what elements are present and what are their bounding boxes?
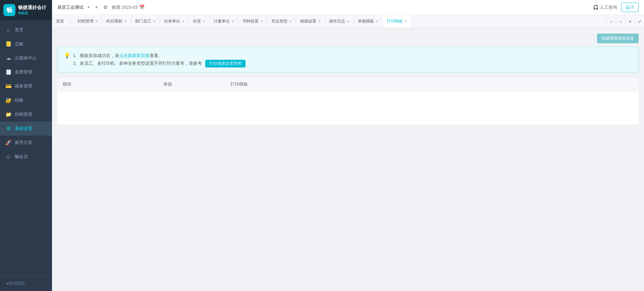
tab-archive-close[interactable]: × <box>96 19 98 23</box>
company-dropdown-icon[interactable]: ▾ <box>88 5 90 10</box>
th-print-template: 打印模板 <box>230 81 633 87</box>
tab-department-close[interactable]: × <box>153 19 156 23</box>
tab-actions: ‹ › × ⤢ <box>606 15 644 28</box>
period-display: 账期 2023-03 📅 <box>112 4 145 10</box>
tab-nav-back[interactable]: ‹ <box>68 15 73 28</box>
tab-oplog[interactable]: 操作日志 × <box>325 15 354 28</box>
action-bar: 隐藏预置模板设置 <box>57 34 639 43</box>
tab-oplog-label: 操作日志 <box>329 18 345 24</box>
tab-oplog-close[interactable]: × <box>347 19 350 23</box>
tab-print[interactable]: 打印模板 × <box>383 15 412 28</box>
print-scene-button[interactable]: 打印场景设置宣明 <box>205 60 246 67</box>
topbar-right: 🎧 人工咨询 会计 <box>593 3 639 12</box>
calendar-icon[interactable]: 📅 <box>139 5 145 10</box>
notice-refresh-link[interactable]: 点击刷新新页面 <box>119 53 150 58</box>
sidebar-item-home[interactable]: ⌂首页 <box>0 23 52 37</box>
tab-archive[interactable]: 归档管理 × <box>73 15 102 28</box>
main-area: 基层工会测试 ▾ ＋ ⚙ 账期 2023-03 📅 🎧 人工咨询 会计 首页 ‹… <box>52 0 644 291</box>
logo-text: 畅捷通好会计 旗舰版 <box>18 5 46 15</box>
add-tab-button[interactable]: ＋ <box>94 4 99 11</box>
sidebar-item-archive[interactable]: 📁归档管理 <box>0 107 52 122</box>
tab-currency-close[interactable]: × <box>261 19 263 23</box>
tab-finance-label: 财税设置 <box>300 18 316 24</box>
table-header: 模块 单据 打印模板 <box>57 78 639 91</box>
tab-currency-label: 币种设置 <box>243 18 259 24</box>
sidebar-label-tax: 税务管理 <box>15 83 32 89</box>
sidebar-logo: 畅 畅捷通好会计 旗舰版 <box>0 0 52 20</box>
tab-subject-label: 科目期初 <box>106 18 122 24</box>
sidebar-label-guide: 新手引导 <box>15 140 32 146</box>
tab-subject[interactable]: 科目期初 × <box>102 15 131 28</box>
tab-partner[interactable]: 往来单位 × <box>160 15 189 28</box>
tab-unit-close[interactable]: × <box>232 19 234 23</box>
tabbar: 首页 ‹ 归档管理 × 科目期初 × 部门员工 × 往来单位 × 存货 × 计量… <box>52 15 644 28</box>
tab-inventory-label: 存货 <box>193 18 201 24</box>
notice-line1: 1、模板添加成功后，请点击刷新新页面查看。 <box>73 52 246 59</box>
home-icon: ⌂ <box>5 27 11 33</box>
headset-icon: 🎧 <box>593 5 598 10</box>
logo-sub: 旗舰版 <box>18 11 46 15</box>
sidebar-label-archive: 归档管理 <box>15 111 32 117</box>
sidebar-item-ledger[interactable]: 📒总账 <box>0 37 52 51</box>
period-label: 账期 <box>112 4 120 10</box>
sidebar-label-member: 畅会员 <box>15 154 28 160</box>
hide-template-button[interactable]: 隐藏预置模板设置 <box>597 34 639 43</box>
tab-home[interactable]: 首页 <box>52 15 68 28</box>
guide-icon: 🚀 <box>5 140 11 146</box>
tab-subject-close[interactable]: × <box>124 19 127 23</box>
company-name: 基层工会测试 <box>57 4 84 10</box>
tab-archive-label: 归档管理 <box>77 18 94 24</box>
member-icon: ◇ <box>5 154 11 160</box>
notice-text-2: 查看。 <box>150 53 163 58</box>
sidebar-unpin-button[interactable]: ◄取消固定 <box>0 276 52 291</box>
table-body <box>57 91 639 125</box>
th-module: 模块 <box>63 81 163 87</box>
tax-icon: 💳 <box>5 83 11 89</box>
sidebar-item-settings[interactable]: ⚙基础设置 <box>0 122 52 136</box>
tab-inventory[interactable]: 存货 × <box>189 15 210 28</box>
topbar: 基层工会测试 ▾ ＋ ⚙ 账期 2023-03 📅 🎧 人工咨询 会计 <box>52 0 644 15</box>
sidebar-item-closing[interactable]: 🔐结账 <box>0 93 52 107</box>
tab-finance-close[interactable]: × <box>318 19 321 23</box>
th-slip: 单据 <box>163 81 230 87</box>
sidebar-label-invoice: 发票管理 <box>15 69 32 75</box>
unpin-label: ◄取消固定 <box>5 281 25 286</box>
bulb-icon: 💡 <box>64 52 70 59</box>
notice-text-1: 1、模板添加成功后，请 <box>73 53 119 58</box>
logo-title: 畅捷通好会计 <box>18 5 46 11</box>
sidebar-item-member[interactable]: ◇畅会员 <box>0 150 52 164</box>
tab-voucher-close[interactable]: × <box>289 19 292 23</box>
tab-department[interactable]: 部门员工 × <box>131 15 160 28</box>
sidebar-item-tax[interactable]: 💳税务管理 <box>0 79 52 93</box>
sidebar-item-invoice[interactable]: 🧾发票管理 <box>0 65 52 79</box>
tab-partner-close[interactable]: × <box>182 19 184 23</box>
accountant-button[interactable]: 会计 <box>621 3 639 12</box>
tab-print-close[interactable]: × <box>405 19 407 23</box>
sidebar-label-home: 首页 <box>15 27 23 33</box>
tab-currency[interactable]: 币种设置 × <box>238 15 267 28</box>
tab-scroll-left[interactable]: ‹ <box>606 15 616 28</box>
sidebar-label-reports: 云报表中心 <box>15 55 37 61</box>
tab-partner-label: 往来单位 <box>164 18 180 24</box>
tab-slip[interactable]: 单据模板 × <box>354 15 383 28</box>
notice-line2: 2、多员工、多打印机、多种业务类型设置不同打印方案等，请参考 打印场景设置宣明 <box>73 59 246 67</box>
tab-unit-label: 计量单位 <box>214 18 230 24</box>
archive-icon: 📁 <box>5 111 11 117</box>
tab-voucher[interactable]: 凭证类型 × <box>267 15 296 28</box>
tab-inventory-close[interactable]: × <box>203 19 205 23</box>
logo-icon: 畅 <box>3 4 15 16</box>
sidebar-item-guide[interactable]: 🚀新手引导 <box>0 136 52 150</box>
service-button[interactable]: 🎧 人工咨询 <box>593 4 617 10</box>
tab-expand[interactable]: ⤢ <box>635 15 644 28</box>
sidebar: 畅 畅捷通好会计 旗舰版 ⌂首页📒总账☁云报表中心🧾发票管理💳税务管理🔐结账📁归… <box>0 0 52 291</box>
sidebar-item-reports[interactable]: ☁云报表中心 <box>0 51 52 65</box>
tab-close-all[interactable]: × <box>625 15 635 28</box>
settings-gear-icon[interactable]: ⚙ <box>103 4 108 10</box>
invoice-icon: 🧾 <box>5 69 11 75</box>
sidebar-label-ledger: 总账 <box>15 41 23 47</box>
notice-text-3: 2、多员工、多打印机、多种业务类型设置不同打印方案等，请参考 <box>73 61 202 66</box>
tab-finance[interactable]: 财税设置 × <box>296 15 325 28</box>
tab-slip-close[interactable]: × <box>376 19 378 23</box>
tab-unit[interactable]: 计量单位 × <box>210 15 238 28</box>
tab-scroll-right[interactable]: › <box>616 15 625 28</box>
